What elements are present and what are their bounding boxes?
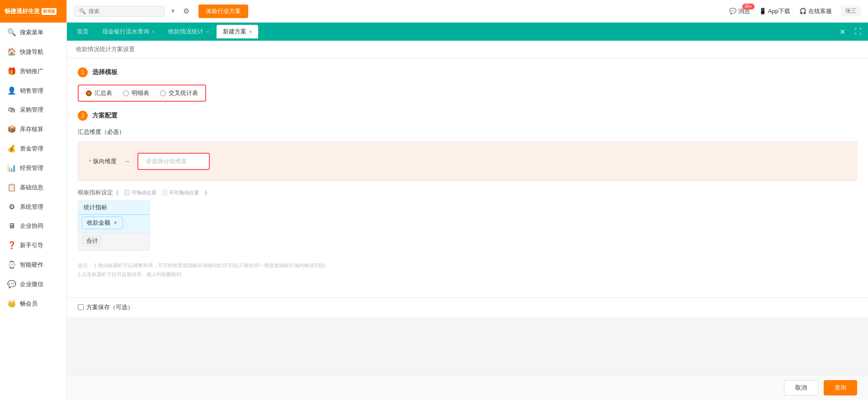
search-box[interactable]: 🔍 [74,6,165,17]
metrics-title-text: 模板指标设定（ [78,188,119,197]
sidebar-item-search-menu[interactable]: 🔍 搜索菜单 [0,23,66,42]
online-service-item[interactable]: 🎧 在线客服 [799,7,832,15]
user-icon: 👤 [7,86,16,95]
chip-dropdown-icon: ▼ [113,220,118,226]
dropdown-arrow-icon[interactable]: ▼ [170,8,176,14]
sidebar-item-purchase[interactable]: 🛍 采购管理 [0,100,66,119]
funds-icon: 💰 [7,144,16,153]
sidebar-item-corp-collab[interactable]: 🖥 企业协同 [0,216,66,235]
notification-item[interactable]: 💬 消息 99+ [729,7,750,15]
search-icon: 🔍 [79,8,86,14]
phone-icon: 📱 [759,8,766,14]
app-download-item[interactable]: 📱 App下载 [759,7,790,15]
metrics-table: 统计指标 收款金额 ▼ 合计 [78,200,150,251]
sidebar-item-corp-wechat[interactable]: 💬 企业微信 [0,274,66,294]
radio-detail[interactable]: 明细表 [123,89,149,97]
user-info[interactable]: 张三 [841,5,861,17]
industry-plan-button[interactable]: 体验行业方案 [198,5,248,18]
amount-chip[interactable]: 收款金额 ▼ [82,216,123,229]
close-window-icon[interactable]: ✕ [837,27,848,37]
sidebar-item-label: 营销推广 [20,67,43,75]
sidebar-item-sys-mgmt[interactable]: ⚙ 系统管理 [0,197,66,216]
closing-paren: ） [204,188,210,197]
sidebar-item-marketing[interactable]: 🎁 营销推广 [0,61,66,81]
sidebar-item-quick-nav[interactable]: 🏠 快捷导航 [0,42,66,61]
expand-window-icon[interactable]: ⛶ [852,27,864,37]
tab-receipt-stats[interactable]: 收款情况统计 × [162,25,215,38]
radio-cross-input[interactable] [160,90,166,96]
sidebar-item-label: 系统管理 [20,203,43,211]
tab-receipt-stats-close-icon[interactable]: × [206,29,209,34]
sidebar-item-label: 基础信息 [20,184,43,192]
step2-number: 2 [78,111,88,121]
logo-badge: 标准版 [42,8,57,15]
home-icon: 🏠 [7,47,16,56]
sidebar-item-operations[interactable]: 📊 经营管理 [0,158,66,178]
metrics-header: 模板指标设定（ 可拖动位置 不可拖动位置 ） [78,188,857,197]
metrics-group-label: 统计指标 [84,203,107,212]
movable-tag: 可拖动位置 [124,189,156,196]
tab-new-plan[interactable]: 新建方案 × [217,25,258,38]
hint-2: 2.点击标题栏下拉可设置排序、插入列和删除列 [78,270,857,279]
settings-gear-icon[interactable]: ⚙ [183,7,189,15]
sidebar: 畅捷通好生意 标准版 🔍 搜索菜单 🏠 快捷导航 🎁 营销推广 👤 销售管理 🛍… [0,0,67,400]
sidebar-item-label: 快捷导航 [20,48,43,56]
tab-cash-bank-close-icon[interactable]: × [152,29,155,34]
search-menu-icon: 🔍 [7,28,16,37]
sidebar-item-label: 采购管理 [20,106,43,114]
radio-summary[interactable]: 汇总表 [86,89,112,97]
amount-chip-label: 收款金额 [87,219,110,227]
hints-area: 提示： 1.拖动标题栏可以调整布局，不可跨维度或指标区域拖动栏目字段(只能在同一… [78,261,857,279]
save-checkbox-input[interactable] [78,304,84,310]
radio-detail-label: 明细表 [132,89,149,97]
search-input[interactable] [89,8,152,14]
sidebar-item-label: 智能硬件 [20,261,43,269]
radio-cross[interactable]: 交叉统计表 [160,89,198,97]
metrics-chip-row: 收款金额 ▼ [78,215,150,233]
sidebar-item-label: 企业微信 [20,280,43,288]
message-icon: 💬 [729,8,736,14]
tab-new-plan-close-icon[interactable]: × [249,29,252,34]
sidebar-item-label: 库存核算 [20,125,43,133]
save-option-checkbox[interactable]: 方案保存（可选） [78,303,857,311]
watch-icon: ⌚ [7,260,16,269]
gift-icon: 🎁 [7,67,16,75]
sidebar-item-funds[interactable]: 💰 资金管理 [0,139,66,158]
step1-number: 1 [78,67,88,77]
dimension-select[interactable]: 请选择分组维度 [137,153,210,170]
sidebar-item-sales[interactable]: 👤 销售管理 [0,81,66,100]
save-option-label: 方案保存（可选） [86,303,133,311]
sidebar-item-label: 销售管理 [20,87,43,95]
cancel-button[interactable]: 取消 [784,380,818,395]
radio-detail-input[interactable] [123,90,129,96]
tabbar-actions: ✕ ⛶ [837,27,864,37]
sidebar-item-smart-hw[interactable]: ⌚ 智能硬件 [0,255,66,274]
sidebar-item-label: 畅会员 [20,300,38,308]
step2-section: 2 方案配置 汇总维度（必选） * 纵向维度 → 请选择分组维度 [78,111,857,279]
sidebar-item-basic-info[interactable]: 📋 基础信息 [0,178,66,197]
content-area: 收款情况统计方案设置 1 选择模板 汇总表 明细表 [67,41,868,375]
sidebar-item-label: 企业协同 [20,222,43,230]
page-title: 收款情况统计方案设置 [67,41,868,58]
bottom-actions: 取消 查询 [784,380,857,395]
clipboard-icon: 📋 [7,183,16,192]
vertical-dimension-label: * 纵向维度 [89,157,117,165]
main-area: 🔍 ▼ ⚙ 体验行业方案 💬 消息 99+ 📱 App下载 🎧 在线客服 张三 [67,0,868,400]
sidebar-item-vip[interactable]: 👑 畅会员 [0,294,66,313]
help-icon: ❓ [7,241,16,249]
movable-dot-icon [124,190,130,195]
query-button[interactable]: 查询 [824,380,857,395]
sidebar-item-label: 新手引导 [20,241,43,249]
notification-badge: 99+ [742,4,755,9]
dimension-row: * 纵向维度 → 请选择分组维度 [89,153,846,170]
step1-title: 选择模板 [92,68,118,76]
tab-cash-bank[interactable]: 现金银行流水查询 × [96,25,161,38]
sidebar-item-beginner[interactable]: ❓ 新手引导 [0,235,66,255]
dimension-area: * 纵向维度 → 请选择分组维度 [78,141,857,181]
sidebar-item-label: 经营管理 [20,164,43,172]
sidebar-item-label: 资金管理 [20,145,43,153]
radio-summary-input[interactable] [86,90,92,96]
tab-home-label: 首页 [77,28,89,36]
tab-home[interactable]: 首页 [71,25,95,38]
sidebar-item-inventory[interactable]: 📦 库存核算 [0,119,66,139]
